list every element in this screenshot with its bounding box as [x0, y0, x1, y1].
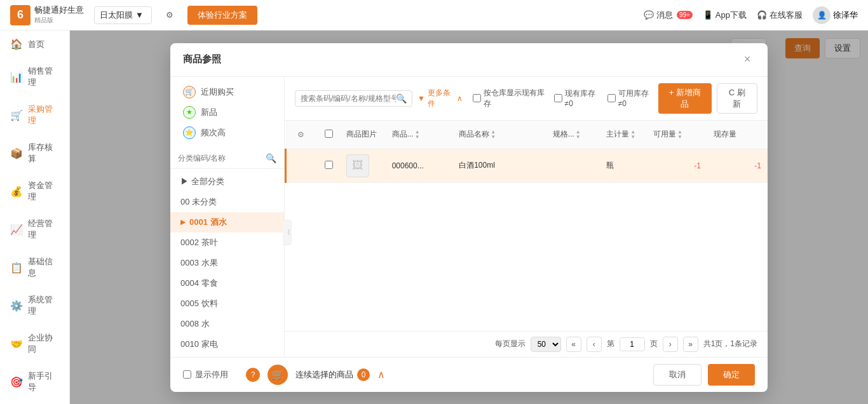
message-icon: 💬 [644, 10, 654, 20]
mobile-icon: 📱 [703, 10, 713, 20]
settings-icon[interactable]: ⚙ [159, 5, 180, 25]
per-page-select[interactable]: 50 [531, 337, 561, 352]
sidebar-item-purchase[interactable]: 🛒 采购管理 [0, 96, 69, 134]
prev-page-button[interactable]: ‹ [587, 337, 602, 352]
row-settings-cell [286, 149, 318, 182]
cancel-button[interactable]: 取消 [653, 364, 702, 386]
warehouse-stock-filter[interactable]: 按仓库显示现有库存 [473, 88, 546, 109]
recent-purchase-icon: 🛒 [183, 86, 196, 98]
sidebar-item-finance[interactable]: 💰 资金管理 [0, 172, 69, 210]
sort-unit-icon: ▲▼ [630, 130, 635, 140]
cat-arrow-icon: ▶ [180, 219, 186, 226]
cat-item-0002[interactable]: 0002 茶叶 [170, 232, 284, 253]
product-search-input[interactable] [301, 94, 396, 103]
table-row[interactable]: 🖼 000600... 白酒100ml [286, 149, 768, 182]
cat-item-00[interactable]: 00 未分类 [170, 192, 284, 212]
col-spec-header[interactable]: 规格... ▲▼ [546, 121, 600, 149]
cat-item-0010[interactable]: 0010 家电 [170, 334, 284, 354]
page-number-input[interactable] [620, 337, 645, 351]
user-avatar-area[interactable]: 👤 徐泽华 [813, 6, 858, 24]
main-layout: 🏠 首页 📊 销售管理 🛒 采购管理 📦 库存核算 💰 资金管理 📈 经营管理 … [0, 30, 868, 404]
table-settings-icon[interactable]: ⚙ [292, 126, 310, 144]
collapse-footer-button[interactable]: ∧ [377, 368, 385, 380]
current-stock-filter[interactable]: 现有库存≠0 [554, 88, 600, 108]
page-total-info: 共1页，1条记录 [703, 339, 757, 349]
col-check-header [318, 121, 340, 149]
show-disabled-checkbox[interactable] [183, 370, 191, 379]
current-stock-checkbox[interactable] [554, 94, 562, 102]
sidebar-item-apps[interactable]: 📱 应用中心 [0, 401, 69, 404]
chevron-down-icon: ▼ [135, 10, 144, 20]
selected-count-badge: 0 [357, 368, 370, 381]
col-avail-header[interactable]: 可用量 ▲▼ [647, 121, 707, 149]
sidebar-item-basic-info[interactable]: 📋 基础信息 [0, 248, 69, 286]
cat-0002-label: 0002 茶叶 [180, 237, 218, 248]
footer-actions: 取消 确定 [653, 364, 755, 386]
sidebar-item-operations[interactable]: 📈 经营管理 [0, 210, 69, 248]
cart-icon[interactable]: 🛒 [268, 365, 288, 385]
next-page-button[interactable]: › [663, 337, 678, 352]
help-icon[interactable]: ? [246, 368, 260, 382]
cat-item-0005[interactable]: 0005 饮料 [170, 293, 284, 314]
sidebar-item-guide[interactable]: 🎯 新手引导 [0, 363, 69, 401]
product-search-icon[interactable]: 🔍 [396, 93, 407, 104]
col-code-header[interactable]: 商品... ▲▼ [386, 121, 452, 149]
category-search-bar: 🔍 [170, 148, 284, 169]
sidebar-item-enterprise[interactable]: 🤝 企业协同 [0, 325, 69, 363]
show-disabled-checkbox-label[interactable]: 显示停用 [183, 369, 228, 380]
trial-button[interactable]: 体验行业方案 [187, 6, 257, 25]
table-body: 🖼 000600... 白酒100ml [286, 149, 768, 182]
modal-body: 🛒 近期购买 ★ 新品 ⭐ 频次高 [170, 77, 768, 357]
messages-nav-item[interactable]: 💬 消息 99+ [644, 10, 693, 21]
app-download-nav-item[interactable]: 📱 App下载 [703, 10, 747, 21]
filter-conditions-button[interactable]: ▼ 更多条件 ∧ [417, 88, 463, 109]
filter-recent-purchase[interactable]: 🛒 近期购买 [178, 82, 276, 102]
logo-icon: 6 [10, 5, 31, 25]
sidebar-item-home[interactable]: 🏠 首页 [0, 30, 69, 58]
row-check-cell [318, 149, 340, 182]
filter-high-frequency[interactable]: ⭐ 频次高 [178, 123, 276, 143]
cat-item-0001[interactable]: ▶ 0001 酒水 [170, 212, 284, 232]
confirm-button[interactable]: 确定 [708, 364, 755, 386]
cat-item-0003[interactable]: 0003 水果 [170, 253, 284, 273]
cat-item-0004[interactable]: 0004 零食 [170, 273, 284, 293]
sidebar-item-sales[interactable]: 📊 销售管理 [0, 58, 69, 96]
first-page-button[interactable]: « [566, 337, 581, 352]
refresh-button[interactable]: C 刷新 [717, 83, 757, 114]
cat-00-label: 00 未分类 [180, 196, 217, 208]
collapse-panel-button[interactable]: 《 [283, 220, 292, 245]
col-stock-header[interactable]: 现存量 [707, 121, 768, 149]
available-stock-checkbox[interactable] [607, 94, 616, 102]
col-unit-header[interactable]: 主计量 ▲▼ [600, 121, 647, 149]
select-all-checkbox[interactable] [325, 130, 333, 138]
store-selector[interactable]: 日太阳膜 ▼ [94, 6, 152, 24]
add-product-button[interactable]: + 新增商品 [658, 83, 712, 114]
finance-icon: 💰 [10, 185, 23, 198]
last-page-button[interactable]: » [683, 337, 698, 352]
checkbox-filters: 按仓库显示现有库存 现有库存≠0 可用库存≠0 [473, 88, 653, 109]
filter-recent-label: 近期购买 [201, 86, 234, 98]
cat-item-all[interactable]: ▶ 全部分类 [170, 172, 284, 192]
category-search-input[interactable] [178, 154, 262, 163]
modal-close-button[interactable]: × [740, 52, 755, 67]
page-suffix: 页 [650, 339, 658, 349]
cat-0001-label: 0001 酒水 [189, 217, 227, 228]
sidebar-item-inventory[interactable]: 📦 库存核算 [0, 134, 69, 172]
sidebar-item-label: 系统管理 [28, 294, 59, 317]
basic-info-icon: 📋 [10, 262, 23, 274]
category-search-icon[interactable]: 🔍 [266, 153, 276, 163]
col-name-header[interactable]: 商品名称 ▲▼ [452, 121, 546, 149]
row-checkbox[interactable] [325, 161, 333, 169]
warehouse-stock-checkbox[interactable] [473, 94, 481, 102]
search-actions: + 新增商品 C 刷新 [658, 83, 757, 114]
cat-0004-label: 0004 零食 [180, 278, 218, 289]
filter-new-product[interactable]: ★ 新品 [178, 102, 276, 123]
sort-spec-icon: ▲▼ [576, 130, 581, 140]
product-search-bar: 🔍 ▼ 更多条件 ∧ 按仓库显示现有库存 [285, 77, 768, 121]
available-stock-filter[interactable]: 可用库存≠0 [607, 88, 653, 108]
sidebar-item-system[interactable]: ⚙️ 系统管理 [0, 286, 69, 325]
cat-item-0008[interactable]: 0008 水 [170, 314, 284, 334]
modal-overlay: 商品参照 × 🛒 近期购买 ★ [70, 30, 868, 404]
page-label: 第 [607, 339, 614, 349]
online-support-nav-item[interactable]: 🎧 在线客服 [757, 10, 803, 21]
